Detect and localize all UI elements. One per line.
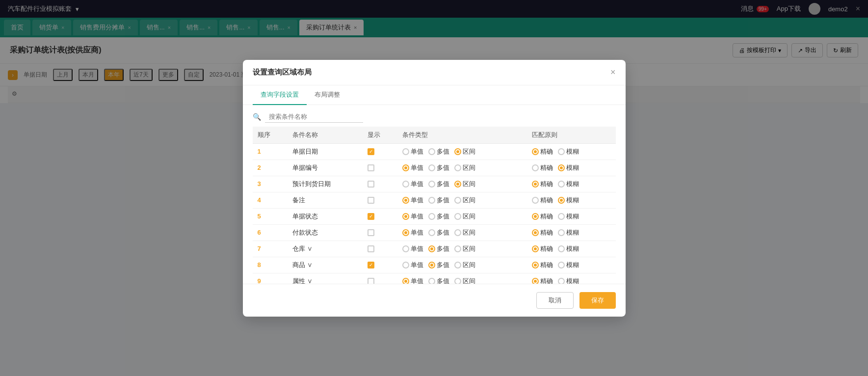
tab-query-fields[interactable]: 查询字段设置 bbox=[253, 85, 307, 104]
dialog-tabs: 查询字段设置 布局调整 bbox=[243, 85, 626, 104]
tab-layout-adjust-label: 布局调整 bbox=[315, 91, 340, 98]
dialog-close-btn[interactable]: × bbox=[610, 68, 616, 77]
tab-layout-adjust[interactable]: 布局调整 bbox=[307, 85, 348, 104]
dialog-title: 设置查询区域布局 bbox=[253, 68, 312, 77]
modal-overlay: 设置查询区域布局 × 查询字段设置 布局调整 🔍 顺序 条件名称 bbox=[0, 0, 868, 103]
dialog-header: 设置查询区域布局 × bbox=[243, 60, 626, 85]
settings-dialog: 设置查询区域布局 × 查询字段设置 布局调整 🔍 顺序 条件名称 bbox=[243, 60, 626, 104]
tab-query-fields-label: 查询字段设置 bbox=[261, 91, 299, 98]
